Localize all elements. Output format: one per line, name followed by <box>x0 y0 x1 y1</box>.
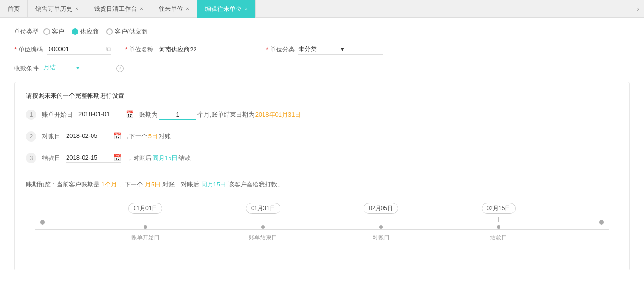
close-icon[interactable]: × <box>245 6 248 12</box>
tab-partner-label: 往来单位 <box>159 5 183 13</box>
tab-sales-history[interactable]: 销售订单历史 × <box>28 0 86 18</box>
payment-value: 月结 <box>43 63 76 72</box>
close-icon[interactable]: × <box>75 6 78 12</box>
radio-customer[interactable]: 客户 <box>43 27 64 36</box>
radio-customer-label: 客户 <box>52 27 64 36</box>
calendar-icon[interactable]: 📅 <box>113 154 121 161</box>
payment-label: 收款条件 <box>14 64 39 73</box>
copy-icon[interactable]: ⧉ <box>106 45 111 53</box>
node-label-3: 结款日 <box>490 234 507 242</box>
radio-circle-both <box>106 28 113 35</box>
node-label-0: 账单开始日 <box>131 234 160 242</box>
unit-code-label: 单位编码 <box>14 45 43 54</box>
preview-payment-highlight: 同月15日 <box>201 181 226 188</box>
payment-select[interactable]: 月结 ▾ <box>43 63 110 73</box>
step-2-date-field[interactable] <box>66 132 109 139</box>
preview-period: 1个月， <box>102 181 123 188</box>
tab-sales-history-label: 销售订单历史 <box>35 5 72 13</box>
timeline-node-3: 02月15日 结款日 <box>482 203 516 242</box>
tab-partner[interactable]: 往来单位 × <box>151 0 197 18</box>
unit-class-value: 未分类 <box>298 45 341 53</box>
timeline: 01月01日 账单开始日 01月31日 账单结束日 02月05日 对账日 <box>26 198 618 261</box>
radio-supplier-label: 供应商 <box>80 27 99 36</box>
step-3-date-input: 📅 <box>66 154 121 163</box>
timeline-node-1: 01月31日 账单结束日 <box>246 203 280 242</box>
radio-both[interactable]: 客户/供应商 <box>106 27 147 36</box>
step-1-number: 1 <box>26 110 36 120</box>
unit-code-input-wrapper: ⧉ <box>47 44 111 55</box>
unit-name-group: 单位名称 <box>125 45 252 54</box>
step-3-desc-suffix: 结款 <box>178 154 191 162</box>
node-pill-3: 02月15日 <box>482 203 516 214</box>
tab-home-label: 首页 <box>8 5 20 13</box>
radio-supplier[interactable]: 供应商 <box>72 27 99 36</box>
step-2-row: 2 对账日 📅 ,下一个 5日 对账 <box>26 131 618 142</box>
period-input[interactable] <box>159 110 196 120</box>
unit-name-label: 单位名称 <box>125 45 154 54</box>
close-icon[interactable]: × <box>186 6 189 12</box>
end-dot <box>599 220 604 225</box>
step-1-desc: 账期为 个月,账单结束日期为 2018年01月31日 <box>139 110 301 120</box>
main-content: 单位类型 客户 供应商 客户/供应商 单位编码 ⧉ 单位名 <box>0 18 644 287</box>
node-label-1: 账单结束日 <box>249 234 277 242</box>
start-dot <box>40 220 45 225</box>
timeline-node-2: 02月05日 对账日 <box>364 203 398 242</box>
node-pill-2: 02月05日 <box>364 203 398 214</box>
step-3-row: 3 结款日 📅 ，对账后 同月15日 结款 <box>26 153 618 163</box>
preview-row: 账期预览：当前客户账期是 1个月， 下一个 月5日 对账，对账后 同月15日 该… <box>26 175 618 198</box>
preview-reconcile-prefix: 下一个 <box>125 181 143 188</box>
tab-bar: 首页 销售订单历史 × 钱货日清工作台 × 往来单位 × 编辑往来单位 × › <box>0 0 644 18</box>
radio-circle-supplier <box>72 28 78 35</box>
unit-info-row: 单位编码 ⧉ 单位名称 单位分类 未分类 ▾ <box>14 44 630 55</box>
tab-cash-work[interactable]: 钱货日清工作台 × <box>86 0 151 18</box>
step-1-end-date: 2018年01月31日 <box>255 110 301 119</box>
step-3-number: 3 <box>26 153 36 163</box>
node-pill-0: 01月01日 <box>128 203 163 214</box>
unit-class-label: 单位分类 <box>266 45 295 54</box>
unit-name-input[interactable] <box>157 45 252 54</box>
tab-cash-work-label: 钱货日清工作台 <box>94 5 137 13</box>
step-2-desc-prefix: ,下一个 <box>127 132 147 141</box>
unit-class-select[interactable]: 未分类 ▾ <box>298 45 383 55</box>
step-3-date-field[interactable] <box>66 154 109 161</box>
node-pill-1: 01月31日 <box>246 203 280 214</box>
preview-suffix: 该客户会给我打款。 <box>228 181 283 188</box>
unit-code-input[interactable] <box>47 44 103 53</box>
step-1-row: 1 账单开始日 📅 账期为 个月,账单结束日期为 2018年01月31日 <box>26 110 618 120</box>
step-1-label: 账单开始日 <box>42 110 73 119</box>
timeline-nodes: 01月01日 账单开始日 01月31日 账单结束日 02月05日 对账日 <box>40 203 604 242</box>
calendar-icon[interactable]: 📅 <box>126 110 134 118</box>
step-2-desc: ,下一个 5日 对账 <box>127 132 171 141</box>
tab-home[interactable]: 首页 <box>0 0 28 18</box>
preview-reconcile-suffix: 对账，对账后 <box>162 181 199 188</box>
settings-panel: 请按照未来的一个完整帐期进行设置 1 账单开始日 📅 账期为 个月,账单结束日期… <box>14 82 630 270</box>
step-1-date-field[interactable] <box>78 110 121 118</box>
node-label-2: 对账日 <box>373 234 390 242</box>
preview-reconcile-highlight: 月5日 <box>145 181 161 188</box>
step-2-date-input: 📅 <box>66 132 121 141</box>
timeline-end <box>599 220 604 225</box>
radio-both-label: 客户/供应商 <box>115 27 147 36</box>
unit-class-group: 单位分类 未分类 ▾ <box>266 45 383 55</box>
preview-label: 账期预览：当前客户账期是 <box>26 181 100 188</box>
step-3-label: 结款日 <box>42 154 60 162</box>
timeline-start <box>40 220 45 225</box>
chevron-down-icon: ▾ <box>341 45 383 52</box>
close-icon[interactable]: × <box>140 6 143 12</box>
unit-code-group: 单位编码 ⧉ <box>14 44 111 55</box>
calendar-icon[interactable]: 📅 <box>113 132 121 140</box>
step-3-desc: ，对账后 同月15日 结款 <box>127 154 191 162</box>
step-3-desc-prefix: ，对账后 <box>127 154 152 162</box>
tab-edit-partner[interactable]: 编辑往来单位 × <box>197 0 256 18</box>
radio-circle-customer <box>43 28 50 35</box>
step-2-desc-suffix: 对账 <box>159 132 171 141</box>
unit-type-label: 单位类型 <box>14 27 39 36</box>
step-1-desc-prefix: 账期为 <box>139 110 158 119</box>
help-icon[interactable]: ? <box>116 65 124 72</box>
step-2-number: 2 <box>26 131 36 142</box>
step-2-day-highlight: 5日 <box>148 132 158 141</box>
chevron-down-icon: ▾ <box>76 64 110 71</box>
step-1-desc-suffix: 个月,账单结束日期为 <box>197 110 254 119</box>
tab-arrow[interactable]: › <box>632 5 644 13</box>
unit-type-row: 单位类型 客户 供应商 客户/供应商 <box>14 27 630 36</box>
